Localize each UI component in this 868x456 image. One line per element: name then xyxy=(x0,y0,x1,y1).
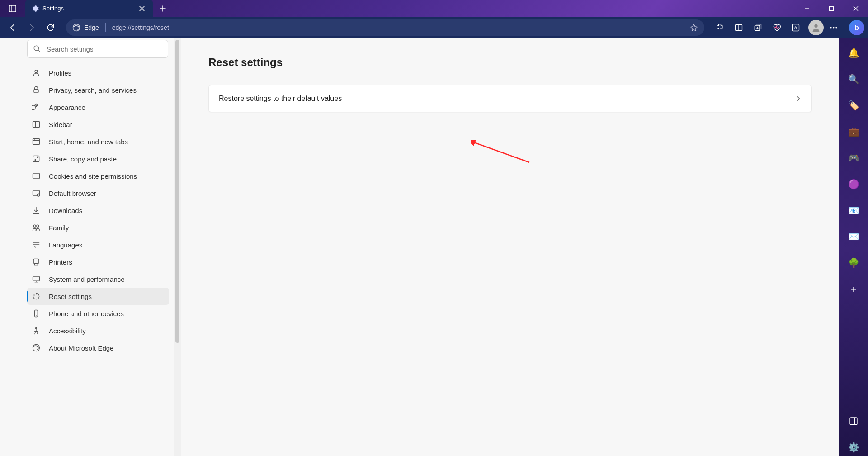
sidebar-e-tree-button[interactable]: 🌳 xyxy=(845,254,862,271)
math-solver-icon: √x xyxy=(791,23,800,32)
nav-item-cookies-and-site-permissions[interactable]: Cookies and site permissions xyxy=(27,167,169,185)
nav-item-icon xyxy=(32,103,41,112)
favorite-star-icon[interactable] xyxy=(690,24,698,32)
settings-search-input[interactable] xyxy=(47,45,162,53)
browser-essentials-button[interactable] xyxy=(768,19,786,37)
nav-item-default-browser[interactable]: Default browser xyxy=(27,185,169,202)
svg-point-11 xyxy=(830,27,832,28)
svg-point-28 xyxy=(38,176,38,176)
svg-point-23 xyxy=(34,139,35,140)
nav-item-downloads[interactable]: Downloads xyxy=(27,202,169,219)
nav-item-label: Profiles xyxy=(49,69,71,77)
svg-text:A: A xyxy=(34,245,36,248)
sidebar-drop-button[interactable]: ✉️ xyxy=(845,228,862,245)
nav-item-phone-and-other-devices[interactable]: Phone and other devices xyxy=(27,305,169,322)
extensions-button[interactable] xyxy=(711,19,729,37)
svg-point-27 xyxy=(36,176,37,176)
nav-item-label: Printers xyxy=(49,258,72,266)
sidebar-add-button[interactable]: ＋ xyxy=(845,280,862,298)
settings-sidebar: ProfilesPrivacy, search, and servicesApp… xyxy=(0,38,181,456)
settings-nav: ProfilesPrivacy, search, and servicesApp… xyxy=(0,62,181,359)
svg-point-26 xyxy=(34,176,35,176)
address-bar[interactable]: Edge edge://settings/reset xyxy=(66,19,704,36)
browser-tab[interactable]: Settings xyxy=(25,0,153,17)
sidebar-scrollbar-thumb[interactable] xyxy=(175,40,179,343)
nav-item-label: Phone and other devices xyxy=(49,310,124,318)
profile-button[interactable] xyxy=(808,20,824,35)
nav-item-appearance[interactable]: Appearance xyxy=(27,99,169,116)
math-solver-button[interactable]: √x xyxy=(787,19,805,37)
tab-title: Settings xyxy=(42,5,132,12)
svg-point-13 xyxy=(835,27,837,28)
nav-item-icon xyxy=(32,309,41,318)
sidebar-search-button[interactable]: 🔍 xyxy=(845,71,862,88)
sidebar-m365-button[interactable]: 🟣 xyxy=(845,176,862,193)
svg-point-16 xyxy=(35,70,38,73)
minimize-button[interactable] xyxy=(795,0,819,17)
svg-rect-21 xyxy=(33,138,40,144)
forward-arrow-icon xyxy=(27,23,36,32)
sidebar-games-button[interactable]: 🎮 xyxy=(845,149,862,166)
window-controls xyxy=(795,0,868,17)
nav-item-family[interactable]: Family xyxy=(27,219,169,236)
annotation-arrow xyxy=(471,140,538,167)
browser-toolbar: Edge edge://settings/reset √x b xyxy=(0,17,868,38)
nav-item-label: Share, copy and paste xyxy=(49,155,117,163)
nav-item-printers[interactable]: Printers xyxy=(27,253,169,271)
back-arrow-icon xyxy=(8,23,17,32)
nav-item-profiles[interactable]: Profiles xyxy=(27,64,169,81)
svg-point-32 xyxy=(33,225,36,227)
nav-item-start-home-and-new-tabs[interactable]: Start, home, and new tabs xyxy=(27,133,169,150)
nav-item-label: Default browser xyxy=(49,190,96,197)
new-tab-button[interactable] xyxy=(155,0,171,17)
nav-item-share-copy-and-paste[interactable]: Share, copy and paste xyxy=(27,150,169,167)
nav-item-label: Downloads xyxy=(49,207,82,214)
close-window-button[interactable] xyxy=(844,0,868,17)
settings-menu-button[interactable] xyxy=(825,19,843,37)
sidebar-toggle-button[interactable] xyxy=(845,413,862,430)
site-identity-chip[interactable]: Edge xyxy=(72,24,99,32)
copilot-icon: b xyxy=(854,24,859,31)
sidebar-notifications-button[interactable]: 🔔 xyxy=(845,44,862,62)
outlook-icon: 📧 xyxy=(848,205,859,216)
split-screen-button[interactable] xyxy=(730,19,748,37)
minimize-icon xyxy=(804,6,810,11)
nav-item-about-microsoft-edge[interactable]: About Microsoft Edge xyxy=(27,339,169,356)
sidebar-tools-button[interactable]: 💼 xyxy=(845,123,862,140)
sidebar-settings-button[interactable]: ⚙️ xyxy=(845,439,862,456)
nav-item-label: Languages xyxy=(49,241,82,249)
nav-item-accessibility[interactable]: Accessibility xyxy=(27,322,169,339)
forward-button[interactable] xyxy=(23,19,41,37)
nav-item-icon xyxy=(32,326,41,335)
edge-sidebar: 🔔 🔍 🏷️ 💼 🎮 🟣 📧 ✉️ 🌳 ＋ ⚙️ xyxy=(839,38,868,456)
settings-search-box[interactable] xyxy=(27,40,168,58)
collections-icon xyxy=(753,23,762,32)
sidebar-scrollbar[interactable] xyxy=(174,38,181,456)
plus-icon xyxy=(160,5,166,12)
refresh-icon xyxy=(46,23,55,32)
settings-page: ProfilesPrivacy, search, and servicesApp… xyxy=(0,38,839,456)
plus-icon: ＋ xyxy=(849,283,858,295)
svg-rect-0 xyxy=(9,5,16,12)
nav-item-privacy-search-and-services[interactable]: Privacy, search, and services xyxy=(27,81,169,99)
nav-item-reset-settings[interactable]: Reset settings xyxy=(27,288,169,305)
collections-button[interactable] xyxy=(749,19,767,37)
copilot-button[interactable]: b xyxy=(849,20,864,35)
back-button[interactable] xyxy=(4,19,22,37)
svg-rect-3 xyxy=(830,6,834,10)
nav-item-sidebar[interactable]: Sidebar xyxy=(27,116,169,133)
nav-item-system-and-performance[interactable]: System and performance xyxy=(27,271,169,288)
tab-actions-button[interactable] xyxy=(0,0,25,17)
sidebar-outlook-button[interactable]: 📧 xyxy=(845,202,862,219)
sidebar-shopping-button[interactable]: 🏷️ xyxy=(845,97,862,114)
nav-item-icon xyxy=(32,275,41,284)
nav-item-languages[interactable]: ALanguages xyxy=(27,236,169,253)
close-icon xyxy=(853,6,859,11)
tab-close-button[interactable] xyxy=(136,2,148,15)
refresh-button[interactable] xyxy=(42,19,60,37)
restore-settings-card[interactable]: Restore settings to their default values xyxy=(208,85,812,112)
nav-item-label: Family xyxy=(49,224,69,232)
svg-text:√x: √x xyxy=(794,25,798,30)
svg-rect-19 xyxy=(33,121,40,127)
maximize-button[interactable] xyxy=(819,0,844,17)
